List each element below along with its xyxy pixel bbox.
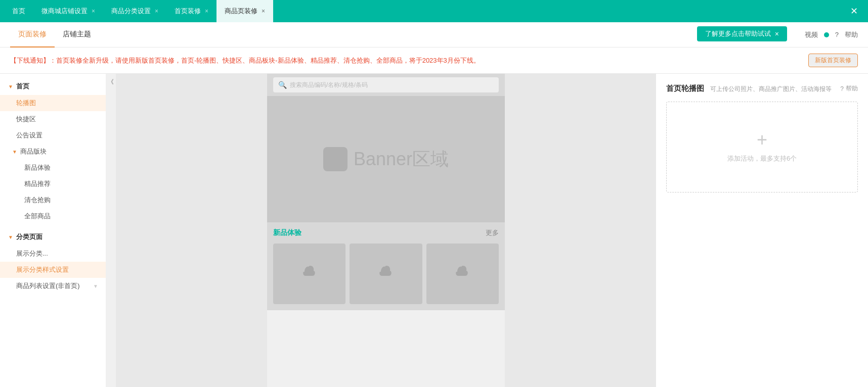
tab-bar: 首页 微商城店铺设置 × 商品分类设置 × 首页装修 × 商品页装修 × ✕ — [0, 0, 868, 22]
dot-icon — [824, 32, 829, 37]
home-arrow-icon: ▼ — [8, 84, 13, 89]
phone-preview: 🔍 搜索商品编码/名称/规格/条码 Banner区域 — [267, 74, 505, 387]
main-layout: ▼ 首页 轮播图 快捷区 公告设置 ▼ 商品版块 新品体验 精品推荐 — [0, 74, 868, 387]
help-icon: ? — [835, 31, 839, 38]
product-card-icon-1 — [299, 262, 320, 286]
sidebar-section-home[interactable]: ▼ 首页 — [0, 78, 106, 95]
product-list-arrow-icon: ▼ — [93, 283, 98, 289]
tab-product-category-close[interactable]: × — [155, 8, 158, 15]
tab-product-decor-close[interactable]: × — [262, 8, 265, 15]
tab-product-decor[interactable]: 商品页装修 × — [216, 0, 273, 22]
right-panel-title: 首页轮播图 — [666, 84, 704, 92]
sidebar-subsection-product-block[interactable]: ▼ 商品版块 — [0, 143, 106, 160]
right-panel-header: 首页轮播图 可上传公司照片、商品推广图片、活动海报等 ? 帮助 — [666, 84, 858, 93]
product-section: 新品体验 更多 — [267, 222, 505, 310]
sidebar-item-announcement[interactable]: 公告设置 — [0, 127, 106, 143]
product-section-title: 新品体验 — [273, 228, 301, 237]
sub-tab-page-decor[interactable]: 页面装修 — [10, 22, 55, 47]
right-panel-help[interactable]: ? 帮助 — [840, 84, 858, 93]
banner-brand-icon — [323, 147, 348, 171]
collapse-icon: 《 — [108, 78, 114, 86]
help-circle-icon: ? — [840, 85, 844, 92]
notice-bar: 【下线通知】：首页装修全新升级，请使用新版首页装修，首页-轮播图、快捷区、商品板… — [0, 47, 868, 74]
add-banner-box[interactable]: + 添加活动，最多支持6个 — [666, 102, 858, 192]
sidebar-item-carousel[interactable]: 轮播图 — [0, 95, 106, 111]
help-banner-text: 了解更多点击帮助试试 — [705, 29, 771, 38]
sidebar-item-show-category[interactable]: 展示分类... — [0, 246, 106, 262]
banner-label: Banner区域 — [323, 147, 449, 172]
sub-tab-store-theme[interactable]: 店铺主题 — [55, 22, 99, 47]
product-card-1 — [273, 244, 345, 304]
tab-home-decor-close[interactable]: × — [205, 8, 208, 15]
help-banner-close[interactable]: × — [775, 30, 779, 38]
tab-home[interactable]: 首页 — [4, 0, 33, 22]
help-right-label[interactable]: 帮助 — [845, 30, 858, 39]
right-panel-title-group: 首页轮播图 可上传公司照片、商品推广图片、活动海报等 — [666, 84, 832, 93]
sidebar-item-all-products[interactable]: 全部商品 — [0, 208, 106, 224]
help-banner: 了解更多点击帮助试试 × — [697, 26, 787, 41]
product-card-icon-3 — [452, 262, 472, 286]
tab-product-category[interactable]: 商品分类设置 × — [103, 0, 166, 22]
sidebar-collapse-button[interactable]: 《 — [106, 74, 116, 387]
sidebar-item-new-exp[interactable]: 新品体验 — [0, 160, 106, 176]
sidebar: ▼ 首页 轮播图 快捷区 公告设置 ▼ 商品版块 新品体验 精品推荐 — [0, 74, 116, 387]
add-plus-icon: + — [757, 131, 767, 149]
product-block-arrow-icon: ▼ — [12, 149, 17, 155]
sub-tab-bar: 页面装修 店铺主题 了解更多点击帮助试试 × 视频 ? 帮助 — [0, 22, 868, 47]
sidebar-item-shortcuts[interactable]: 快捷区 — [0, 111, 106, 127]
sub-tab-right: 视频 ? 帮助 — [805, 30, 858, 39]
window-close-button[interactable]: ✕ — [844, 6, 864, 17]
tab-store-settings[interactable]: 微商城店铺设置 × — [33, 0, 103, 22]
center-preview: 🔍 搜索商品编码/名称/规格/条码 Banner区域 — [116, 74, 656, 387]
product-card-icon-2 — [376, 262, 396, 286]
sidebar-item-featured[interactable]: 精品推荐 — [0, 176, 106, 192]
banner-area[interactable]: Banner区域 — [267, 96, 505, 222]
search-icon: 🔍 — [278, 81, 287, 89]
product-section-header: 新品体验 更多 — [273, 228, 499, 237]
product-grid — [273, 244, 499, 304]
preview-search-bar: 🔍 搜索商品编码/名称/规格/条码 — [267, 74, 505, 96]
right-panel-subtitle: 可上传公司照片、商品推广图片、活动海报等 — [710, 85, 832, 92]
sidebar-item-category-style[interactable]: 展示分类样式设置 — [0, 262, 106, 278]
sidebar-item-product-list[interactable]: 商品列表设置(非首页) ▼ — [0, 278, 106, 294]
right-panel: 首页轮播图 可上传公司照片、商品推广图片、活动海报等 ? 帮助 + 添加活动，最… — [656, 74, 868, 387]
product-section-more: 更多 — [486, 228, 499, 237]
category-arrow-icon: ▼ — [8, 234, 13, 240]
add-banner-text: 添加活动，最多支持6个 — [727, 154, 797, 163]
product-card-2 — [350, 244, 422, 304]
notice-text: 【下线通知】：首页装修全新升级，请使用新版首页装修，首页-轮播图、快捷区、商品板… — [10, 56, 480, 65]
preview-search-box: 🔍 搜索商品编码/名称/规格/条码 — [273, 77, 499, 92]
sidebar-section-category[interactable]: ▼ 分类页面 — [0, 228, 106, 246]
video-label[interactable]: 视频 — [805, 30, 818, 39]
search-placeholder: 搜索商品编码/名称/规格/条码 — [290, 81, 368, 89]
new-home-decor-button[interactable]: 新版首页装修 — [808, 54, 858, 67]
product-card-3 — [426, 244, 499, 304]
tab-store-settings-close[interactable]: × — [92, 8, 95, 15]
right-panel-help-label: 帮助 — [846, 84, 858, 93]
sidebar-item-clearance[interactable]: 清仓抢购 — [0, 192, 106, 208]
tab-home-decor[interactable]: 首页装修 × — [166, 0, 216, 22]
